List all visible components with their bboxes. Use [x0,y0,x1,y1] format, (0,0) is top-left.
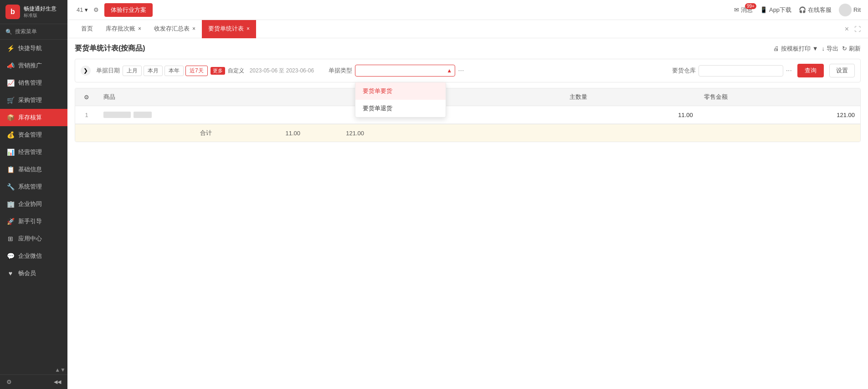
sidebar-item-system[interactable]: 🔧 系统管理 [0,178,67,195]
date-btn-week[interactable]: 近7天 [185,66,208,76]
filter-bar: ❯ 单据日期 上月本月本年近7天 更多 自定义 2023-05-06 至 202… [75,59,861,82]
sidebar-nav: ⚡ 快捷导航 📣 营销推广 📈 销售管理 🛒 采购管理 📦 库存核算 💰 资金管… [0,40,67,365]
cell-qty: 11.00 [564,106,698,124]
print-arrow: ▼ [812,45,818,52]
cell-product [98,106,375,124]
sidebar-scroll-down[interactable]: ▼ [60,367,66,373]
date-btn-curr[interactable]: 本月 [144,66,163,76]
quick-nav-icon: ⚡ [6,45,15,52]
settings-icon[interactable]: ⚙ [6,379,12,385]
product-placeholder-2 [134,112,152,118]
service-btn[interactable]: 🎧 在线客服 [799,6,832,14]
user-avatar-btn[interactable]: Rit [839,4,861,16]
table-settings-icon[interactable]: ⚙ [84,94,89,101]
sidebar-item-purchase[interactable]: 🛒 采购管理 [0,92,67,109]
refresh-label: 刷新 [849,45,861,53]
order-type-select-wrapper[interactable]: ▲ [355,65,455,77]
messages-badge: 99+ [745,3,756,9]
search-label: 搜索菜单 [15,28,37,36]
brand-name: 畅捷通好生意 [24,5,56,13]
warehouse-ellipsis[interactable]: ··· [786,67,792,74]
page-inner: 要货单统计表(按商品) 🖨 按模板打印 ▼ ↓ 导出 ↻ 刷新 [67,38,868,389]
app-logo: b [5,5,20,19]
search-icon: 🔍 [5,29,12,35]
more-dates-badge[interactable]: 更多 [211,67,225,75]
sidebar-item-quick-nav[interactable]: ⚡ 快捷导航 [0,40,67,57]
store-selector[interactable]: 41 ▾ [75,6,88,13]
app-center-icon: ⊞ [6,235,15,242]
inventory-icon: 📦 [6,114,15,121]
print-btn[interactable]: 🖨 按模板打印 ▼ [773,45,818,53]
sidebar-item-sales[interactable]: 📈 销售管理 [0,74,67,92]
tab-order-stats[interactable]: 要货单统计表× [202,20,256,38]
table-header: ⚙ 商品 主计量单位 主数量 零售金额 [75,88,860,106]
page: 要货单统计表(按商品) 🖨 按模板打印 ▼ ↓ 导出 ↻ 刷新 [67,38,868,389]
sidebar-item-app-center[interactable]: ⊞ 应用中心 [0,230,67,247]
tab-receive-summary[interactable]: 收发存汇总表× [148,20,202,38]
sidebar-item-label-system: 系统管理 [18,183,42,191]
footer-unit-spacer: 合计 [200,129,246,137]
tab-inventory-batch[interactable]: 库存批次账× [99,20,148,38]
date-btn-year[interactable]: 本年 [164,66,184,76]
sidebar-bottom: ⚙ ◀◀ [0,374,67,389]
marketing-icon: 📣 [6,62,15,69]
tab-close-order-stats[interactable]: × [247,26,250,32]
order-type-arrow: ▲ [447,67,452,74]
sidebar-item-marketing[interactable]: 📣 营销推广 [0,57,67,74]
filter-row: ❯ 单据日期 上月本月本年近7天 更多 自定义 2023-05-06 至 202… [81,64,855,77]
sidebar-item-basic-info[interactable]: 📋 基础信息 [0,161,67,178]
sidebar-scroll-up[interactable]: ▲ [55,367,60,373]
sidebar-item-inventory[interactable]: 📦 库存核算 [0,109,67,126]
order-type-ellipsis[interactable]: ··· [458,67,464,74]
app-brand: 畅捷通好生意 标准版 [24,5,56,19]
col-qty: 主数量 [564,88,698,106]
tab-minimize-icon[interactable]: × [845,25,849,33]
warehouse-input[interactable] [699,65,783,77]
sidebar-item-member[interactable]: ♥ 畅会员 [0,265,67,282]
tab-close-inventory-batch[interactable]: × [138,26,141,32]
date-btn-prev[interactable]: 上月 [123,66,142,76]
sidebar-item-weixin[interactable]: 💬 企业微信 [0,247,67,265]
collapse-icon[interactable]: ◀◀ [54,379,61,385]
app-download-btn[interactable]: 📱 App下载 [760,6,791,14]
order-type-dropdown: 要货单要货要货单退货 [355,82,446,118]
operations-icon: 📊 [6,148,15,156]
data-table: ⚙ 商品 主计量单位 主数量 零售金额 1 块 11.00 [75,88,860,124]
product-placeholder-1 [103,112,131,118]
topbar-settings-icon[interactable]: ⚙ [93,6,99,13]
sidebar-item-finance[interactable]: 💰 资金管理 [0,126,67,143]
col-settings[interactable]: ⚙ [75,88,98,106]
refresh-btn[interactable]: ↻ 刷新 [842,45,861,53]
query-btn[interactable]: 查询 [797,64,824,77]
footer-amount: 121.00 [309,130,364,137]
sidebar-item-label-basic-info: 基础信息 [18,165,42,174]
enterprise-icon: 🏢 [6,200,15,208]
finance-icon: 💰 [6,131,15,138]
brand-sub: 标准版 [24,12,56,18]
messages-btn[interactable]: ✉ 消息 99+ [734,6,753,14]
sidebar-item-enterprise[interactable]: 🏢 企业协同 [0,195,67,213]
tab-home[interactable]: 首页 [75,20,99,38]
filter-toggle-btn[interactable]: ❯ [81,66,91,76]
store-num: 41 [77,6,83,13]
export-btn[interactable]: ↓ 导出 [822,45,839,53]
page-header: 要货单统计表(按商品) 🖨 按模板打印 ▼ ↓ 导出 ↻ 刷新 [75,44,861,53]
filter-settings-btn[interactable]: 设置 [829,64,855,77]
tab-close-receive-summary[interactable]: × [192,26,195,32]
custom-date-btn[interactable]: 自定义 [228,67,244,75]
tab-fullscreen-icon[interactable]: ⛶ [854,26,861,33]
guide-icon: 🚀 [6,218,15,225]
order-type-select-container: ▲ 要货单要货要货单退货 [355,65,455,77]
trial-btn[interactable]: 体验行业方案 [104,3,153,17]
sidebar-item-label-quick-nav: 快捷导航 [18,44,42,52]
phone-icon: 📱 [760,6,767,13]
sidebar-search[interactable]: 🔍 搜索菜单 [0,24,67,40]
sidebar-item-operations[interactable]: 📊 经营管理 [0,143,67,161]
data-table-container: ⚙ 商品 主计量单位 主数量 零售金额 1 块 11.00 [75,88,861,142]
user-avatar [839,4,852,16]
footer-amount-value: 121.00 [346,130,364,137]
dropdown-item-require-return[interactable]: 要货单退货 [355,100,446,117]
table-header-row: ⚙ 商品 主计量单位 主数量 零售金额 [75,88,860,106]
dropdown-item-require-goods[interactable]: 要货单要货 [355,82,446,100]
sidebar-item-guide[interactable]: 🚀 新手引导 [0,213,67,230]
